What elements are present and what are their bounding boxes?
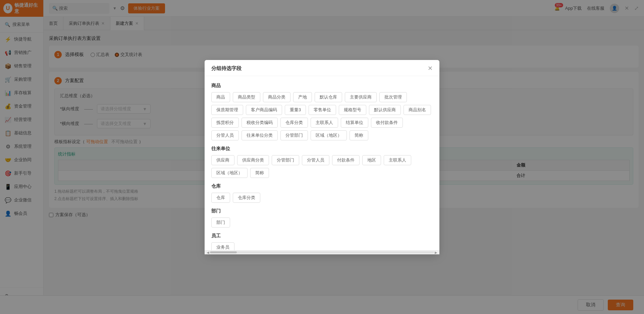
field-tag-goods-结算单位[interactable]: 结算单位 bbox=[341, 118, 368, 128]
field-tags-department: 部门 bbox=[211, 217, 433, 228]
field-tag-goods-简称[interactable]: 简称 bbox=[350, 130, 368, 140]
field-tag-goods-区域（地区）[interactable]: 区域（地区） bbox=[311, 130, 347, 140]
field-tag-contacts-地区[interactable]: 地区 bbox=[362, 155, 381, 165]
field-tag-goods-零售单位[interactable]: 零售单位 bbox=[309, 105, 336, 115]
field-tag-contacts-主联系人[interactable]: 主联系人 bbox=[384, 155, 411, 165]
field-tag-contacts-付款条件[interactable]: 付款条件 bbox=[332, 155, 360, 165]
field-tag-goods-保质期管理[interactable]: 保质期管理 bbox=[211, 105, 243, 115]
field-section-title-employee: 员工 bbox=[211, 233, 433, 239]
field-tag-goods-产地[interactable]: 产地 bbox=[293, 92, 312, 102]
field-tag-goods-商品分类[interactable]: 商品分类 bbox=[263, 92, 290, 102]
field-tag-goods-默认仓库[interactable]: 默认仓库 bbox=[315, 92, 342, 102]
field-tag-warehouse-仓库分类[interactable]: 仓库分类 bbox=[233, 193, 260, 203]
field-tags-contacts: 供应商供应商分类分管部门分管人员付款条件地区主联系人区域（地区）简称 bbox=[211, 155, 433, 178]
field-section-title-goods: 商品 bbox=[211, 83, 433, 89]
field-tag-goods-规格型号[interactable]: 规格型号 bbox=[339, 105, 366, 115]
field-tag-goods-商品[interactable]: 商品 bbox=[211, 92, 230, 102]
field-tag-goods-主要供应商[interactable]: 主要供应商 bbox=[345, 92, 377, 102]
field-tag-goods-税收分类编码[interactable]: 税收分类编码 bbox=[241, 118, 278, 128]
modal-title: 分组待选字段 bbox=[211, 65, 241, 72]
h-scroll-right-icon[interactable]: ▶ bbox=[434, 251, 438, 254]
modal-body[interactable]: 商品商品商品类型商品分类产地默认仓库主要供应商批次管理保质期管理客户商品编码重量… bbox=[205, 76, 439, 250]
field-tag-goods-主联系人[interactable]: 主联系人 bbox=[311, 118, 338, 128]
field-tag-goods-分管人员[interactable]: 分管人员 bbox=[211, 130, 239, 140]
field-tag-goods-重量3[interactable]: 重量3 bbox=[285, 105, 306, 115]
field-tag-goods-默认供应商[interactable]: 默认供应商 bbox=[369, 105, 401, 115]
h-scroll-thumb[interactable] bbox=[210, 251, 237, 253]
field-tag-goods-商品别名[interactable]: 商品别名 bbox=[404, 105, 431, 115]
field-tag-employee-业务员[interactable]: 业务员 bbox=[211, 242, 234, 250]
field-tag-goods-往来单位分类[interactable]: 往来单位分类 bbox=[241, 130, 278, 140]
field-tag-goods-仓库分类[interactable]: 仓库分类 bbox=[280, 118, 308, 128]
field-tag-contacts-供应商[interactable]: 供应商 bbox=[211, 155, 234, 165]
field-tag-warehouse-仓库[interactable]: 仓库 bbox=[211, 193, 230, 203]
field-tag-contacts-简称[interactable]: 简称 bbox=[250, 168, 269, 178]
field-tag-department-部门[interactable]: 部门 bbox=[211, 217, 230, 228]
field-tag-goods-批次管理[interactable]: 批次管理 bbox=[379, 92, 407, 102]
field-tag-contacts-分管人员[interactable]: 分管人员 bbox=[302, 155, 329, 165]
modal-header: 分组待选字段 ✕ bbox=[205, 60, 439, 76]
field-tag-goods-拣货积分[interactable]: 拣货积分 bbox=[211, 118, 239, 128]
h-scroll-left-icon[interactable]: ◀ bbox=[206, 251, 210, 254]
field-tag-contacts-分管部门[interactable]: 分管部门 bbox=[272, 155, 299, 165]
field-tags-employee: 业务员 bbox=[211, 242, 433, 250]
field-section-title-department: 部门 bbox=[211, 208, 433, 214]
modal-close-button[interactable]: ✕ bbox=[428, 65, 433, 71]
field-tags-goods: 商品商品类型商品分类产地默认仓库主要供应商批次管理保质期管理客户商品编码重量3零… bbox=[211, 92, 433, 140]
field-select-modal: 分组待选字段 ✕ 商品商品商品类型商品分类产地默认仓库主要供应商批次管理保质期管… bbox=[205, 60, 439, 254]
field-tags-warehouse: 仓库仓库分类 bbox=[211, 193, 433, 203]
field-tag-contacts-供应商分类[interactable]: 供应商分类 bbox=[237, 155, 269, 165]
field-section-title-warehouse: 仓库 bbox=[211, 183, 433, 189]
field-tag-goods-分管部门[interactable]: 分管部门 bbox=[280, 130, 308, 140]
field-tag-goods-客户商品编码[interactable]: 客户商品编码 bbox=[246, 105, 282, 115]
h-scroll-track bbox=[210, 251, 434, 253]
field-tag-goods-商品类型[interactable]: 商品类型 bbox=[233, 92, 260, 102]
modal-horizontal-scrollbar[interactable]: ◀ ▶ bbox=[205, 250, 439, 254]
field-tag-goods-收付款条件[interactable]: 收付款条件 bbox=[371, 118, 403, 128]
field-tag-contacts-区域（地区）[interactable]: 区域（地区） bbox=[211, 168, 248, 178]
field-section-title-contacts: 往来单位 bbox=[211, 146, 433, 152]
